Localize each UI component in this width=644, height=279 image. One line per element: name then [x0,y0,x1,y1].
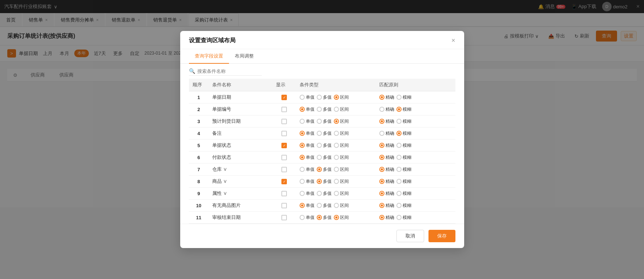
radio-type-multi[interactable]: 多值 [317,166,332,173]
radio-match-fuzzy[interactable]: 模糊 [396,118,411,125]
radio-match-exact[interactable]: 精确 [379,142,394,149]
cell-type: 单值多值区间 [296,188,376,200]
radio-type-range[interactable]: 区间 [334,154,349,161]
cell-type: 单值多值区间 [296,103,376,115]
radio-type-range[interactable]: 区间 [334,106,349,113]
radio-type-single[interactable]: 单值 [300,142,315,149]
th-match: 匹配原则 [376,79,455,91]
cell-name: 有无商品图片 [209,200,272,208]
radio-type-multi[interactable]: 多值 [317,190,332,197]
search-input[interactable] [197,68,256,74]
radio-type-range[interactable]: 区间 [334,166,349,173]
cell-show: ✓ [272,176,296,188]
show-checkbox[interactable] [281,155,287,160]
cell-name: 单据编号 [209,103,272,115]
radio-match-fuzzy[interactable]: 模糊 [396,154,411,161]
modal-tab-layout[interactable]: 布局调整 [229,49,260,64]
radio-type-range[interactable]: 区间 [334,190,349,197]
cell-order: 2 [189,103,209,115]
radio-type-single[interactable]: 单值 [300,190,315,197]
radio-match-fuzzy[interactable]: 模糊 [396,203,411,208]
table-row: 2单据编号单值多值区间精确模糊 [189,103,455,115]
table-row: 4备注单值多值区间精确模糊 [189,127,455,140]
table-row: 8商品 ∨✓单值多值区间精确模糊 [189,176,455,188]
radio-type-range[interactable]: 区间 [334,118,349,125]
radio-match-exact[interactable]: 精确 [379,106,394,113]
radio-match-exact[interactable]: 精确 [379,130,394,137]
radio-type-single[interactable]: 单值 [300,166,315,173]
radio-match-exact[interactable]: 精确 [379,118,394,125]
cell-name: 预计到货日期 [209,115,272,127]
cell-name: 备注 [209,127,272,140]
radio-type-single[interactable]: 单值 [300,106,315,113]
show-checkbox[interactable]: ✓ [281,179,287,184]
cell-match: 精确模糊 [376,200,455,208]
radio-match-exact[interactable]: 精确 [379,190,394,197]
cell-name: 单据日期 [209,91,272,103]
radio-match-fuzzy[interactable]: 模糊 [396,166,411,173]
radio-type-single[interactable]: 单值 [300,154,315,161]
radio-type-single[interactable]: 单值 [300,130,315,137]
cell-order: 4 [189,127,209,140]
cell-show [272,115,296,127]
radio-type-multi[interactable]: 多值 [317,178,332,185]
th-order: 顺序 [189,79,209,91]
radio-type-multi[interactable]: 多值 [317,94,332,101]
show-checkbox[interactable]: ✓ [281,143,287,148]
table-row: 5单据状态✓单值多值区间精确模糊 [189,140,455,152]
cell-order: 3 [189,115,209,127]
cell-order: 7 [189,164,209,176]
cell-type: 单值多值区间 [296,140,376,152]
radio-match-exact[interactable]: 精确 [379,94,394,101]
modal-header: 设置查询区域布局 × [180,31,464,49]
radio-type-single[interactable]: 单值 [300,118,315,125]
cell-type: 单值多值区间 [296,127,376,140]
radio-type-multi[interactable]: 多值 [317,130,332,137]
radio-type-multi[interactable]: 多值 [317,203,332,208]
cell-match: 精确模糊 [376,188,455,200]
modal-close-btn[interactable]: × [451,37,455,44]
radio-type-single[interactable]: 单值 [300,94,315,101]
cell-match: 精确模糊 [376,115,455,127]
radio-type-single[interactable]: 单值 [300,203,315,208]
cell-show [272,127,296,140]
search-input-wrap: 🔍 [189,68,262,76]
show-checkbox[interactable] [281,203,287,208]
cell-match: 精确模糊 [376,140,455,152]
radio-match-exact[interactable]: 精确 [379,166,394,173]
radio-match-fuzzy[interactable]: 模糊 [396,142,411,149]
radio-match-exact[interactable]: 精确 [379,203,394,208]
radio-type-range[interactable]: 区间 [334,178,349,185]
radio-type-multi[interactable]: 多值 [317,142,332,149]
show-checkbox[interactable] [281,167,287,172]
cell-show [272,103,296,115]
show-checkbox[interactable] [281,191,287,196]
show-checkbox[interactable]: ✓ [281,95,287,100]
radio-type-range[interactable]: 区间 [334,203,349,208]
radio-match-exact[interactable]: 精确 [379,154,394,161]
modal-search-area: 🔍 [180,64,464,79]
cell-order: 6 [189,152,209,164]
cell-match: 精确模糊 [376,127,455,140]
cell-match: 精确模糊 [376,103,455,115]
radio-type-multi[interactable]: 多值 [317,106,332,113]
radio-type-range[interactable]: 区间 [334,94,349,101]
radio-match-fuzzy[interactable]: 模糊 [396,130,411,137]
radio-type-multi[interactable]: 多值 [317,154,332,161]
radio-match-fuzzy[interactable]: 模糊 [396,178,411,185]
cell-order: 5 [189,140,209,152]
radio-type-range[interactable]: 区间 [334,130,349,137]
radio-type-single[interactable]: 单值 [300,178,315,185]
show-checkbox[interactable] [281,107,287,112]
radio-match-fuzzy[interactable]: 模糊 [396,106,411,113]
radio-type-range[interactable]: 区间 [334,142,349,149]
radio-match-fuzzy[interactable]: 模糊 [396,94,411,101]
show-checkbox[interactable] [281,131,287,136]
cell-show [272,152,296,164]
radio-type-multi[interactable]: 多值 [317,118,332,125]
cell-match: 精确模糊 [376,176,455,188]
radio-match-fuzzy[interactable]: 模糊 [396,190,411,197]
show-checkbox[interactable] [281,119,287,124]
modal-tab-query-fields[interactable]: 查询字段设置 [189,49,229,64]
radio-match-exact[interactable]: 精确 [379,178,394,185]
